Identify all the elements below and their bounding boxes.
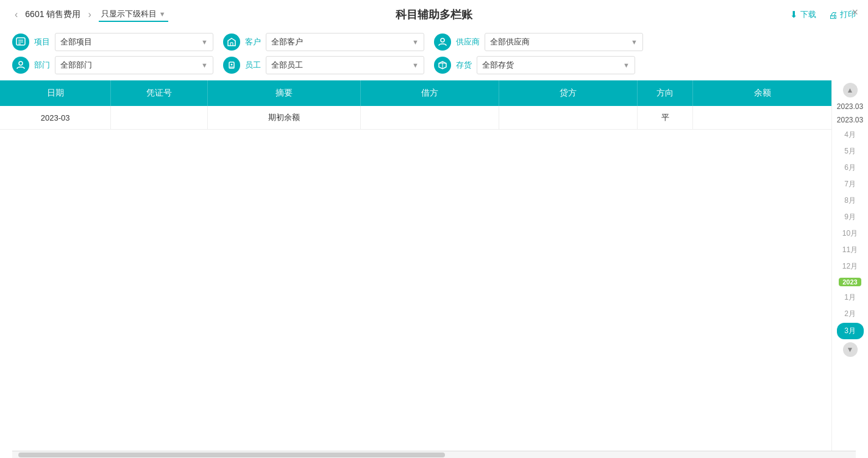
close-button[interactable]: × [852, 6, 858, 19]
employee-icon [223, 57, 240, 74]
next-account-button[interactable]: › [85, 8, 93, 21]
cell-direction: 平 [638, 106, 693, 130]
timeline-month-3-active[interactable]: 3月 [837, 323, 864, 339]
timeline-up-button[interactable]: ▲ [843, 83, 858, 97]
timeline-month-10[interactable]: 10月 [832, 225, 868, 242]
department-chevron: ▼ [201, 62, 208, 69]
col-header-credit: 贷方 [499, 80, 637, 106]
timeline-month-12[interactable]: 12月 [832, 258, 868, 275]
inventory-icon [434, 57, 451, 74]
cell-credit [499, 106, 637, 130]
svg-point-10 [231, 64, 233, 66]
timeline-month-9[interactable]: 9月 [832, 209, 868, 225]
horizontal-scrollbar[interactable] [12, 451, 856, 458]
col-header-date: 日期 [0, 80, 111, 106]
project-select[interactable]: 全部项目 ▼ [55, 33, 213, 51]
employee-label: 员工 [245, 60, 261, 71]
filter-row-1: 项目 全部项目 ▼ 客户 全部客户 [12, 33, 856, 51]
filter-item-customer: 客户 全部客户 ▼ [223, 33, 424, 51]
timeline-month-1[interactable]: 1月 [832, 289, 868, 306]
employee-select[interactable]: 全部员工 ▼ [266, 56, 424, 74]
customer-select[interactable]: 全部客户 ▼ [266, 33, 424, 51]
account-code: 6601 销售费用 [25, 9, 80, 20]
svg-point-8 [19, 62, 23, 65]
col-header-voucher: 凭证号 [111, 80, 208, 106]
customer-chevron: ▼ [412, 38, 419, 46]
customer-label: 客户 [245, 37, 261, 48]
employee-chevron: ▼ [412, 62, 419, 69]
col-header-balance: 余额 [693, 80, 831, 106]
show-sub-chevron: ▼ [159, 10, 166, 18]
show-sub-label: 只显示下级科目 [101, 9, 157, 19]
print-icon: 🖨 [828, 10, 838, 20]
title-left: ‹ 6601 销售费用 › 只显示下级科目 ▼ [12, 7, 168, 22]
filter-item-employee: 员工 全部员工 ▼ [223, 56, 424, 74]
table-row: 2023-03 期初余额 平 [0, 106, 831, 130]
department-icon [12, 57, 29, 74]
inventory-chevron: ▼ [623, 62, 630, 69]
show-sub-button[interactable]: 只显示下级科目 ▼ [99, 7, 168, 22]
table-header-row: 日期 凭证号 摘要 借方 贷方 方向 余额 [0, 80, 831, 106]
col-header-summary: 摘要 [208, 80, 360, 106]
supplier-value: 全部供应商 [490, 37, 530, 48]
ledger-table: 日期 凭证号 摘要 借方 贷方 方向 余额 2023-03 期初余额 [0, 80, 831, 130]
page-title: 科目辅助多栏账 [396, 7, 472, 22]
department-select[interactable]: 全部部门 ▼ [55, 56, 213, 74]
project-chevron: ▼ [201, 38, 208, 46]
timeline-month-7[interactable]: 7月 [832, 176, 868, 192]
inventory-label: 存货 [456, 60, 472, 71]
customer-value: 全部客户 [271, 37, 303, 48]
filter-item-project: 项目 全部项目 ▼ [12, 33, 213, 51]
scrollbar-thumb[interactable] [18, 453, 445, 457]
year-badge[interactable]: 2023 [839, 278, 861, 286]
filter-item-supplier: 供应商 全部供应商 ▼ [434, 33, 643, 51]
department-value: 全部部门 [60, 60, 92, 71]
col-header-direction: 方向 [638, 80, 693, 106]
timeline-month-8[interactable]: 8月 [832, 192, 868, 209]
filter-area: 项目 全部项目 ▼ 客户 全部客户 [0, 27, 868, 80]
cell-debit [360, 106, 499, 130]
timeline-month-5[interactable]: 5月 [832, 143, 868, 160]
customer-icon [223, 33, 240, 51]
title-bar: ‹ 6601 销售费用 › 只显示下级科目 ▼ 科目辅助多栏账 ⬇ 下载 🖨 打… [0, 0, 868, 27]
main-table: 日期 凭证号 摘要 借方 贷方 方向 余额 2023-03 期初余额 [0, 80, 831, 451]
table-container: 日期 凭证号 摘要 借方 贷方 方向 余额 2023-03 期初余额 [0, 80, 868, 451]
inventory-value: 全部存货 [482, 60, 514, 71]
cell-voucher [111, 106, 208, 130]
svg-point-7 [441, 38, 444, 42]
timeline-header-1[interactable]: 2023.03 [832, 100, 868, 113]
department-label: 部门 [34, 60, 50, 71]
supplier-select[interactable]: 全部供应商 ▼ [485, 33, 643, 51]
timeline-header-2[interactable]: 2023.03 [832, 113, 868, 127]
title-right: ⬇ 下载 🖨 打印 [790, 9, 856, 20]
filter-row-2: 部门 全部部门 ▼ 员工 全部员工 ▼ [12, 56, 856, 74]
inventory-select[interactable]: 全部存货 ▼ [477, 56, 635, 74]
cell-date: 2023-03 [0, 106, 111, 130]
col-header-debit: 借方 [360, 80, 499, 106]
download-label: 下载 [800, 9, 816, 20]
filter-item-department: 部门 全部部门 ▼ [12, 56, 213, 74]
timeline-month-11[interactable]: 11月 [832, 242, 868, 258]
prev-account-button[interactable]: ‹ [12, 8, 20, 21]
timeline-month-4[interactable]: 4月 [832, 127, 868, 143]
download-icon: ⬇ [790, 9, 798, 20]
download-button[interactable]: ⬇ 下载 [790, 9, 816, 20]
cell-balance [693, 106, 831, 130]
main-window: × ‹ 6601 销售费用 › 只显示下级科目 ▼ 科目辅助多栏账 ⬇ 下载 🖨… [0, 0, 868, 458]
timeline-month-2[interactable]: 2月 [832, 306, 868, 322]
project-label: 项目 [34, 37, 50, 48]
employee-value: 全部员工 [271, 60, 303, 71]
project-value: 全部项目 [60, 37, 92, 48]
supplier-label: 供应商 [456, 37, 480, 48]
supplier-icon [434, 33, 451, 51]
side-timeline: ▲ 2023.03 2023.03 4月 5月 6月 7月 8月 9月 10月 … [831, 80, 868, 451]
project-icon [12, 33, 29, 51]
cell-summary: 期初余额 [208, 106, 360, 130]
filter-item-inventory: 存货 全部存货 ▼ [434, 56, 635, 74]
timeline-down-button[interactable]: ▼ [843, 342, 858, 357]
timeline-month-6[interactable]: 6月 [832, 160, 868, 176]
supplier-chevron: ▼ [631, 38, 638, 46]
